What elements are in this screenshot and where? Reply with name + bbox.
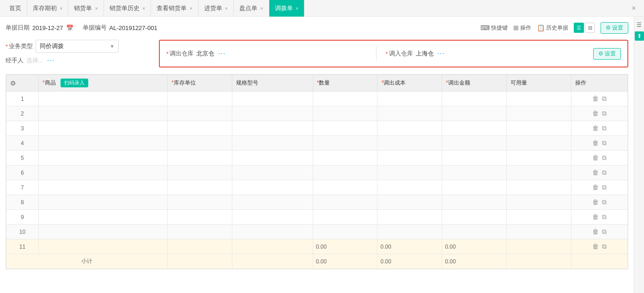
row-10-unit[interactable]: [168, 225, 232, 239]
row-5-amount[interactable]: [442, 151, 507, 165]
row-10-spec[interactable]: [232, 225, 313, 239]
row-8-amount[interactable]: [442, 195, 507, 210]
delete-icon-2[interactable]: 🗑: [592, 110, 599, 117]
row-4-cost[interactable]: [377, 136, 442, 151]
row-7-available[interactable]: [506, 180, 571, 195]
row-9-spec[interactable]: [232, 210, 313, 225]
row-4-spec[interactable]: [232, 136, 313, 151]
history-action[interactable]: 📋 历史单据: [537, 24, 568, 32]
scroll-area[interactable]: ⚙ *商品 扫码录入 *库存单位 规格型号 *数量 *调出成本: [6, 74, 628, 269]
row-4-product[interactable]: [38, 136, 167, 151]
tab-home[interactable]: 首页: [4, 0, 27, 17]
row-9-cost[interactable]: [377, 210, 442, 225]
row-2-spec[interactable]: [232, 106, 313, 121]
row-3-product[interactable]: [38, 121, 167, 136]
row-1-product[interactable]: [38, 92, 167, 106]
operate-action[interactable]: ⊞ 操作: [513, 24, 531, 32]
row-3-unit[interactable]: [168, 121, 232, 136]
shortcut-action[interactable]: ⌨ 快捷键: [480, 24, 508, 32]
row-6-cost[interactable]: [377, 165, 442, 180]
person-placeholder[interactable]: 选择...: [26, 56, 43, 65]
row-4-qty[interactable]: [313, 136, 377, 151]
calendar-icon[interactable]: 📅: [66, 24, 73, 31]
row-1-amount[interactable]: [442, 92, 507, 106]
row-6-spec[interactable]: [232, 165, 313, 180]
row-3-available[interactable]: [506, 121, 571, 136]
row-9-product[interactable]: [38, 210, 167, 225]
delete-icon-5[interactable]: 🗑: [592, 154, 599, 161]
copy-icon-5[interactable]: ⧉: [602, 154, 607, 161]
row-2-amount[interactable]: [442, 106, 507, 121]
copy-icon-1[interactable]: ⧉: [602, 95, 607, 102]
copy-icon-10[interactable]: ⧉: [602, 228, 607, 235]
row-8-qty[interactable]: [313, 195, 377, 210]
tab-sales-history-close[interactable]: ×: [142, 6, 145, 11]
row-3-cost[interactable]: [377, 121, 442, 136]
delete-icon-11[interactable]: 🗑: [592, 243, 599, 250]
delete-icon-9[interactable]: 🗑: [592, 213, 599, 220]
row-4-available[interactable]: [506, 136, 571, 151]
row-1-cost[interactable]: [377, 92, 442, 106]
scan-button[interactable]: 扫码录入: [61, 79, 88, 87]
copy-icon-2[interactable]: ⧉: [602, 110, 607, 117]
sidebar-export-icon[interactable]: ⬆: [635, 31, 644, 41]
tab-inventory[interactable]: 盘点单 ×: [234, 0, 269, 17]
row-10-amount[interactable]: [442, 225, 507, 239]
row-9-qty[interactable]: [313, 210, 377, 225]
row-3-amount[interactable]: [442, 121, 507, 136]
row-3-qty[interactable]: [313, 121, 377, 136]
row-7-product[interactable]: [38, 180, 167, 195]
settings-button[interactable]: ⚙ 设置: [601, 22, 628, 34]
person-more-icon[interactable]: ···: [47, 56, 55, 65]
tab-inventory-close[interactable]: ×: [260, 6, 263, 11]
row-5-spec[interactable]: [232, 151, 313, 165]
out-warehouse-more[interactable]: ···: [218, 49, 225, 58]
row-10-cost[interactable]: [377, 225, 442, 239]
row-6-amount[interactable]: [442, 165, 507, 180]
in-warehouse-more[interactable]: ···: [437, 49, 445, 58]
row-5-available[interactable]: [506, 151, 571, 165]
business-type-input[interactable]: 同价调拨 ▼: [36, 40, 119, 53]
row-9-amount[interactable]: [442, 210, 507, 225]
header-gear-icon[interactable]: ⚙: [10, 79, 16, 87]
tab-transfer-close[interactable]: ×: [296, 6, 298, 11]
row-8-unit[interactable]: [168, 195, 232, 210]
tab-inventory-init[interactable]: 库存期初 ×: [27, 0, 68, 17]
row-10-qty[interactable]: [313, 225, 377, 239]
row-6-product[interactable]: [38, 165, 167, 180]
tab-purchase[interactable]: 进货单 ×: [199, 0, 234, 17]
row-7-qty[interactable]: [313, 180, 377, 195]
copy-icon-3[interactable]: ⧉: [602, 124, 607, 132]
tab-sales-history[interactable]: 销货单历史 ×: [104, 0, 151, 17]
sidebar-list-icon[interactable]: ☰: [635, 20, 644, 30]
row-10-available[interactable]: [506, 225, 571, 239]
row-3-spec[interactable]: [232, 121, 313, 136]
copy-icon-7[interactable]: ⧉: [602, 183, 607, 191]
row-9-available[interactable]: [506, 210, 571, 225]
tab-view-sales[interactable]: 查看销货单 ×: [151, 0, 198, 17]
toolbar-list-btn[interactable]: ☰: [574, 23, 584, 33]
copy-icon-11[interactable]: ⧉: [602, 243, 607, 250]
row-4-amount[interactable]: [442, 136, 507, 151]
row-2-qty[interactable]: [313, 106, 377, 121]
row-7-cost[interactable]: [377, 180, 442, 195]
row-9-unit[interactable]: [168, 210, 232, 225]
row-5-unit[interactable]: [168, 151, 232, 165]
row-8-cost[interactable]: [377, 195, 442, 210]
delete-icon-1[interactable]: 🗑: [592, 95, 599, 102]
delete-icon-3[interactable]: 🗑: [592, 124, 599, 132]
window-close-button[interactable]: ×: [627, 2, 640, 15]
row-8-available[interactable]: [506, 195, 571, 210]
row-2-cost[interactable]: [377, 106, 442, 121]
row-8-spec[interactable]: [232, 195, 313, 210]
delete-icon-10[interactable]: 🗑: [592, 228, 599, 235]
row-1-available[interactable]: [506, 92, 571, 106]
copy-icon-6[interactable]: ⧉: [602, 169, 607, 176]
row-5-qty[interactable]: [313, 151, 377, 165]
tab-purchase-close[interactable]: ×: [225, 6, 228, 11]
row-6-unit[interactable]: [168, 165, 232, 180]
row-7-amount[interactable]: [442, 180, 507, 195]
toolbar-grid-btn[interactable]: ⊟: [585, 23, 595, 33]
tab-inventory-init-close[interactable]: ×: [60, 6, 62, 11]
row-5-product[interactable]: [38, 151, 167, 165]
